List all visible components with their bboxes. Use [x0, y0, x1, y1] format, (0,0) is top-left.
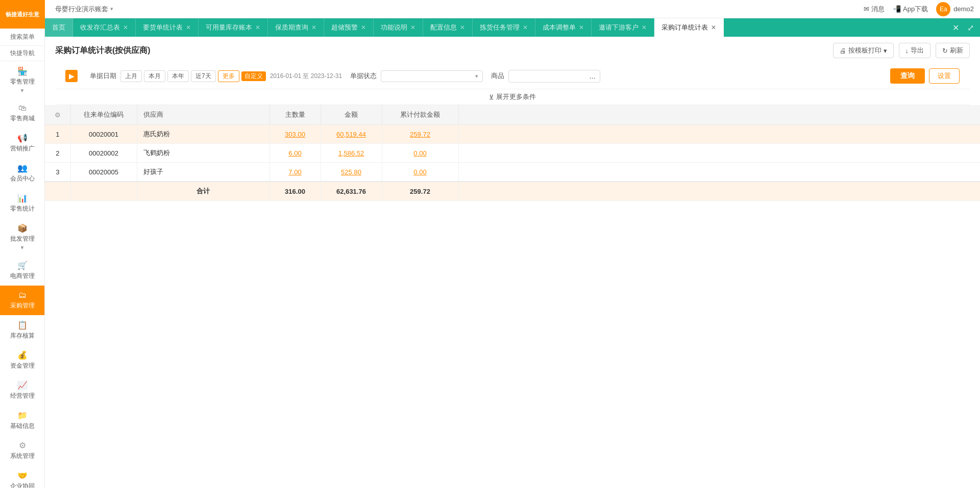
paid-link[interactable]: 259.72 — [410, 131, 430, 138]
main-area: 母婴行业演示账套 ▾ ✉ 消息 📲 App下载 Ea demo2 首页 — [45, 0, 980, 488]
cell-seq: 2 — [45, 144, 70, 163]
sidebar-item-retail-mall[interactable]: 🛍 零售商城 — [0, 98, 44, 128]
status-select[interactable]: ▾ — [381, 70, 483, 82]
tab-home[interactable]: 首页 — [45, 18, 73, 37]
tab-warranty-query[interactable]: 保质期查询 ✕ — [268, 18, 324, 37]
shortcut-last-month[interactable]: 上月 — [120, 70, 142, 82]
tab-function-desc[interactable]: 功能说明 ✕ — [374, 18, 423, 37]
filter-toggle-btn[interactable]: ▶ — [65, 70, 78, 82]
tab-config-info[interactable]: 配置信息 ✕ — [423, 18, 473, 37]
tab-close-icon[interactable]: ✕ — [523, 24, 528, 31]
tab-picking-task[interactable]: 拣货任务管理 ✕ — [473, 18, 535, 37]
qty-link[interactable]: 6.00 — [288, 149, 301, 157]
date-range-value: 2016-01-01 至 2023-12-31 — [270, 72, 342, 81]
tab-cost-adjust[interactable]: 成本调整单 ✕ — [535, 18, 592, 37]
date-filter-label: 单据日期 — [90, 71, 116, 81]
tab-close-icon[interactable]: ✕ — [255, 24, 260, 31]
filter-expand-row: ⊻ 展开更多条件 — [55, 89, 970, 105]
paid-link[interactable]: 0.00 — [413, 168, 426, 176]
tab-label: 拣货任务管理 — [480, 23, 520, 32]
goods-filter-group: 商品 … — [491, 70, 600, 83]
shortcut-this-month[interactable]: 本月 — [144, 70, 165, 82]
query-btn[interactable]: 查询 — [890, 68, 925, 84]
tab-requisition-summary[interactable]: 要货单统计表 ✕ — [136, 18, 199, 37]
topbar-right: ✉ 消息 📲 App下载 Ea demo2 — [864, 2, 974, 16]
app-download-btn[interactable]: 📲 App下载 — [893, 5, 928, 14]
qty-link[interactable]: 303.00 — [285, 131, 305, 138]
user-menu[interactable]: Ea demo2 — [936, 2, 974, 16]
cell-supplier: 惠氏奶粉 — [137, 125, 270, 144]
sidebar-search[interactable]: 搜索菜单 — [0, 29, 44, 46]
sidebar-item-purchase-mgmt[interactable]: 🗂 采购管理 — [0, 286, 44, 315]
expand-icon: ▼ — [20, 88, 25, 93]
col-header-qty: 主数量 — [270, 105, 321, 125]
page-actions: 🖨 按模板打印 ▾ ↓ 导出 ↻ 刷新 — [833, 43, 970, 58]
sidebar-item-system-mgmt[interactable]: ⚙ 系统管理 — [0, 435, 44, 466]
amount-link[interactable]: 525.80 — [341, 168, 361, 176]
app-download-label: App下载 — [903, 5, 928, 14]
expand-icon: ▼ — [20, 245, 25, 250]
tab-invite-downstream[interactable]: 邀请下游客户 ✕ — [592, 18, 654, 37]
amount-link[interactable]: 1,586.52 — [338, 149, 364, 157]
sidebar-item-member-center[interactable]: 👥 会员中心 — [0, 158, 44, 188]
tab-receive-summary[interactable]: 收发存汇总表 ✕ — [73, 18, 136, 37]
paid-link[interactable]: 0.00 — [413, 149, 426, 157]
tab-close-icon[interactable]: ✕ — [186, 24, 191, 31]
tab-close-icon[interactable]: ✕ — [361, 24, 366, 31]
export-btn[interactable]: ↓ 导出 — [899, 43, 931, 58]
workspace-label: 母婴行业演示账套 — [55, 5, 108, 14]
tab-label: 采购订单统计表 — [662, 23, 708, 32]
retail-mgmt-icon: 🏪 — [17, 66, 28, 76]
tab-close-icon[interactable]: ✕ — [460, 24, 465, 31]
refresh-label: 刷新 — [950, 46, 963, 55]
sidebar-item-basic-info[interactable]: 📁 基础信息 — [0, 405, 44, 435]
tab-close-icon[interactable]: ✕ — [123, 24, 128, 31]
tab-close-icon[interactable]: ✕ — [410, 24, 415, 31]
sidebar-item-label: 资金管理 — [10, 362, 35, 370]
enterprise-coop-icon: 🤝 — [17, 471, 28, 480]
cell-supplier: 飞鹤奶粉 — [137, 144, 270, 163]
refresh-btn[interactable]: ↻ 刷新 — [936, 43, 970, 58]
message-btn[interactable]: ✉ 消息 — [864, 5, 885, 14]
sidebar-item-retail-mgmt[interactable]: 🏪 零售管理 ▼ — [0, 61, 44, 98]
tab-close-icon[interactable]: ✕ — [311, 24, 316, 31]
column-settings-icon[interactable]: ⚙ — [55, 111, 61, 119]
cell-qty: 6.00 — [270, 144, 321, 163]
sidebar-item-wholesale-mgmt[interactable]: 📦 批发管理 ▼ — [0, 218, 44, 255]
expand-down-icon: ⊻ — [489, 93, 494, 101]
tab-purchase-summary[interactable]: 采购订单统计表 ✕ — [654, 18, 724, 37]
qty-link[interactable]: 7.00 — [288, 168, 301, 176]
sidebar-item-label: 采购管理 — [10, 301, 35, 310]
basic-info-icon: 📁 — [17, 410, 28, 420]
tab-available-stock[interactable]: 可用量库存账本 ✕ — [199, 18, 268, 37]
sidebar-quick-nav[interactable]: 快捷导航 — [0, 46, 44, 61]
workspace-selector[interactable]: 母婴行业演示账套 ▾ — [51, 5, 117, 14]
tab-close-icon[interactable]: ✕ — [579, 24, 584, 31]
table-body: 1 00020001 惠氏奶粉 303.00 60,519.44 259.72 … — [45, 125, 980, 182]
tab-overstock-warning[interactable]: 超储预警 ✕ — [324, 18, 374, 37]
shortcut-last-7-days[interactable]: 近7天 — [191, 70, 216, 82]
app-logo: 畅捷通好生意 — [0, 0, 45, 29]
sidebar-item-retail-stats[interactable]: 📊 零售统计 — [0, 188, 44, 218]
tab-close-all-btn[interactable]: ✕ — [950, 22, 961, 34]
footer-label: 合计 — [137, 182, 270, 201]
print-btn[interactable]: 🖨 按模板打印 ▾ — [833, 43, 894, 58]
footer-amount: 62,631.76 — [321, 182, 382, 201]
sidebar-item-inventory-check[interactable]: 📋 库存核算 — [0, 315, 44, 345]
sidebar-item-label: 系统管理 — [10, 452, 35, 460]
sidebar-item-enterprise-coop[interactable]: 🤝 企业协同 — [0, 466, 44, 488]
tab-close-icon[interactable]: ✕ — [642, 24, 647, 31]
tab-close-icon[interactable]: ✕ — [711, 24, 716, 31]
tab-maximize-btn[interactable]: ⤢ — [965, 22, 976, 34]
sidebar-item-ecommerce-mgmt[interactable]: 🛒 电商管理 — [0, 255, 44, 286]
sidebar-item-capital-mgmt[interactable]: 💰 资金管理 — [0, 345, 44, 375]
shortcut-this-year[interactable]: 本年 — [167, 70, 189, 82]
sidebar-item-label: 库存核算 — [10, 331, 35, 340]
expand-more-btn[interactable]: ⊻ 展开更多条件 — [489, 92, 536, 101]
sidebar-item-marketing[interactable]: 📢 营销推广 — [0, 128, 44, 158]
goods-input[interactable]: … — [508, 70, 600, 83]
shortcut-more[interactable]: 更多 — [218, 70, 239, 82]
sidebar-item-operations-mgmt[interactable]: 📈 经营管理 — [0, 375, 44, 405]
settings-btn[interactable]: 设置 — [929, 68, 960, 84]
amount-link[interactable]: 60,519.44 — [336, 131, 366, 138]
